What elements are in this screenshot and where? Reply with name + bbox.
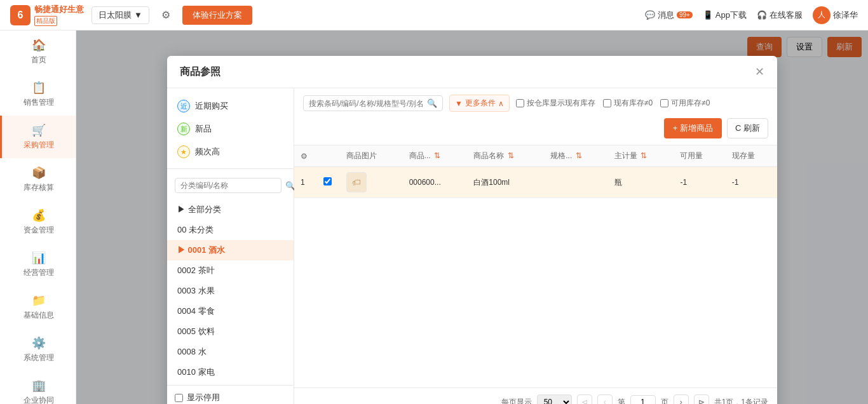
category-item[interactable]: 0010 家电 bbox=[167, 362, 294, 382]
product-thumb: 🏷 bbox=[346, 172, 367, 192]
messages-badge: 99+ bbox=[677, 11, 693, 18]
settings-gear-icon[interactable]: ⚙ bbox=[157, 6, 175, 24]
cell-available: -1 bbox=[674, 167, 725, 198]
prev-page-btn[interactable]: ‹ bbox=[597, 394, 613, 404]
sidebar-item-basic[interactable]: 📁基础信息 bbox=[0, 286, 76, 328]
modal-body: 近 近期购买 新 新品 ★ 频次高 🔍 « bbox=[167, 88, 777, 404]
available-filter-checkbox[interactable]: 现有库存≠0 bbox=[603, 98, 653, 109]
messages-btn[interactable]: 💬 消息 99+ bbox=[645, 10, 693, 21]
sidebar: 🏠首页📋销售管理🛒采购管理📦库存核算💰资金管理📊经营管理📁基础信息⚙️系统管理🏢… bbox=[0, 30, 76, 404]
app-download-btn[interactable]: 📱 App下载 bbox=[703, 10, 747, 21]
category-item[interactable]: 0004 零食 bbox=[167, 301, 294, 321]
category-search-input[interactable] bbox=[175, 178, 281, 193]
th-settings[interactable]: ⚙ bbox=[294, 145, 317, 167]
product-search-input[interactable] bbox=[309, 99, 423, 108]
category-item[interactable]: 00 未分类 bbox=[167, 220, 294, 240]
per-page-select[interactable]: 501020100 bbox=[537, 394, 572, 404]
column-settings-icon[interactable]: ⚙ bbox=[301, 152, 308, 161]
modal-toolbar: 🔍 ▼ 更多条件 ∧ 按仓库显示现有库存 bbox=[294, 88, 777, 145]
sidebar-item-finance[interactable]: 💰资金管理 bbox=[0, 201, 76, 243]
online-service-btn[interactable]: 🎧 在线客服 bbox=[757, 10, 803, 21]
recent-purchases-item[interactable]: 近 近期购买 bbox=[167, 95, 294, 118]
sidebar-item-system[interactable]: ⚙️系统管理 bbox=[0, 328, 76, 371]
warehouse-filter-input[interactable] bbox=[516, 99, 524, 107]
category-item[interactable]: ▶ 0001 酒水 bbox=[167, 240, 294, 260]
sales-icon: 📋 bbox=[32, 81, 46, 95]
th-unit[interactable]: 主计量 ⇅ bbox=[608, 145, 674, 167]
sidebar-item-home[interactable]: 🏠首页 bbox=[0, 30, 76, 73]
headset-icon: 🎧 bbox=[757, 10, 767, 20]
usable-filter-checkbox[interactable]: 可用库存≠0 bbox=[660, 98, 710, 109]
experience-btn[interactable]: 体验行业方案 bbox=[182, 6, 252, 25]
cell-image: 🏷 bbox=[340, 167, 403, 198]
per-page-label: 每页显示 bbox=[501, 397, 532, 405]
th-name[interactable]: 商品名称 ⇅ bbox=[467, 145, 544, 167]
modal-left-panel: 近 近期购买 新 新品 ★ 频次高 🔍 « bbox=[167, 88, 294, 404]
category-item[interactable]: 0002 茶叶 bbox=[167, 260, 294, 281]
sort-spec-icon: ⇅ bbox=[576, 151, 582, 160]
cell-index: 1 bbox=[294, 167, 317, 198]
new-items-item[interactable]: 新 新品 bbox=[167, 118, 294, 140]
first-page-btn[interactable]: ⊲ bbox=[577, 394, 592, 404]
cell-check[interactable] bbox=[317, 167, 340, 198]
th-code[interactable]: 商品... ⇅ bbox=[403, 145, 468, 167]
sort-unit-icon: ⇅ bbox=[641, 151, 647, 160]
main-content: 查询 设置 刷新 商品参照 ✕ 近 近期购买 bbox=[76, 30, 868, 404]
sort-name-icon: ⇅ bbox=[508, 151, 514, 160]
category-item[interactable]: 0003 水果 bbox=[167, 281, 294, 301]
category-item[interactable]: 0008 水 bbox=[167, 342, 294, 362]
page-label: 第 bbox=[618, 397, 625, 405]
modal-close-btn[interactable]: ✕ bbox=[755, 65, 764, 79]
more-filters-btn[interactable]: ▼ 更多条件 ∧ bbox=[449, 95, 510, 112]
sidebar-item-inventory[interactable]: 📦库存核算 bbox=[0, 158, 76, 201]
usable-filter-input[interactable] bbox=[660, 99, 668, 107]
refresh-btn[interactable]: C 刷新 bbox=[727, 118, 768, 138]
th-spec[interactable]: 规格... ⇅ bbox=[544, 145, 608, 167]
next-page-btn[interactable]: › bbox=[674, 394, 689, 404]
modal-header: 商品参照 ✕ bbox=[167, 56, 777, 88]
modal-left-footer: 显示停用 bbox=[167, 385, 294, 404]
product-table: ⚙ 商品图片 商品... ⇅ 商品名称 ⇅ 规格... ⇅ 主计量 ⇅ 可用量 … bbox=[294, 145, 777, 198]
product-table-body: 1 🏷 000600... 白酒100ml 瓶 -1 -1 bbox=[294, 167, 777, 198]
category-list: ▶ 全部分类 00 未分类▶ 0001 酒水 0002 茶叶 0003 水果 0… bbox=[167, 197, 294, 385]
sidebar-item-purchase[interactable]: 🛒采购管理 bbox=[0, 116, 76, 158]
finance-icon: 💰 bbox=[32, 208, 46, 222]
logo-area: 6 畅捷通好生意 精品版 bbox=[10, 4, 84, 26]
sidebar-item-operations[interactable]: 📊经营管理 bbox=[0, 243, 76, 286]
page-number-input[interactable] bbox=[630, 395, 656, 404]
available-filter-input[interactable] bbox=[603, 99, 611, 107]
show-disabled-input[interactable] bbox=[175, 394, 183, 402]
cell-spec bbox=[544, 167, 608, 198]
row-checkbox[interactable] bbox=[323, 177, 332, 185]
warehouse-filter-checkbox[interactable]: 按仓库显示现有库存 bbox=[516, 98, 595, 109]
cell-stock: -1 bbox=[726, 167, 777, 198]
last-page-btn[interactable]: ⊳ bbox=[694, 394, 709, 404]
freq-icon: ★ bbox=[177, 145, 190, 158]
sidebar-item-sales[interactable]: 📋销售管理 bbox=[0, 73, 76, 116]
message-icon: 💬 bbox=[645, 10, 655, 20]
category-item[interactable]: 0005 饮料 bbox=[167, 321, 294, 342]
search-magnifier-icon: 🔍 bbox=[427, 98, 437, 108]
avatar: 人 bbox=[813, 6, 831, 24]
table-row[interactable]: 1 🏷 000600... 白酒100ml 瓶 -1 -1 bbox=[294, 167, 777, 198]
filter-icon: ▼ bbox=[455, 99, 463, 108]
category-item[interactable]: ▶ 全部分类 bbox=[167, 199, 294, 220]
user-area[interactable]: 人 徐泽华 bbox=[813, 6, 858, 24]
filter-expand-icon: ∧ bbox=[498, 99, 504, 108]
th-image: 商品图片 bbox=[340, 145, 403, 167]
new-icon: 新 bbox=[177, 123, 190, 135]
operations-icon: 📊 bbox=[32, 251, 46, 265]
company-dropdown[interactable]: 日太阳膜 ▼ bbox=[92, 6, 149, 24]
chevron-down-icon: ▼ bbox=[134, 10, 142, 20]
sidebar-item-enterprise[interactable]: 🏢企业协同 bbox=[0, 371, 76, 404]
show-disabled-checkbox[interactable]: 显示停用 bbox=[175, 392, 286, 403]
recent-icon: 近 bbox=[177, 100, 190, 112]
nav-right: 💬 消息 99+ 📱 App下载 🎧 在线客服 人 徐泽华 bbox=[645, 6, 858, 24]
left-divider bbox=[167, 168, 294, 169]
top-nav: 6 畅捷通好生意 精品版 日太阳膜 ▼ ⚙ 体验行业方案 💬 消息 99+ 📱 … bbox=[0, 0, 868, 30]
add-product-btn[interactable]: + 新增商品 bbox=[664, 118, 722, 138]
frequent-items-item[interactable]: ★ 频次高 bbox=[167, 140, 294, 163]
basic-icon: 📁 bbox=[32, 293, 46, 307]
product-search-box: 🔍 bbox=[303, 95, 443, 111]
home-icon: 🏠 bbox=[32, 38, 46, 52]
